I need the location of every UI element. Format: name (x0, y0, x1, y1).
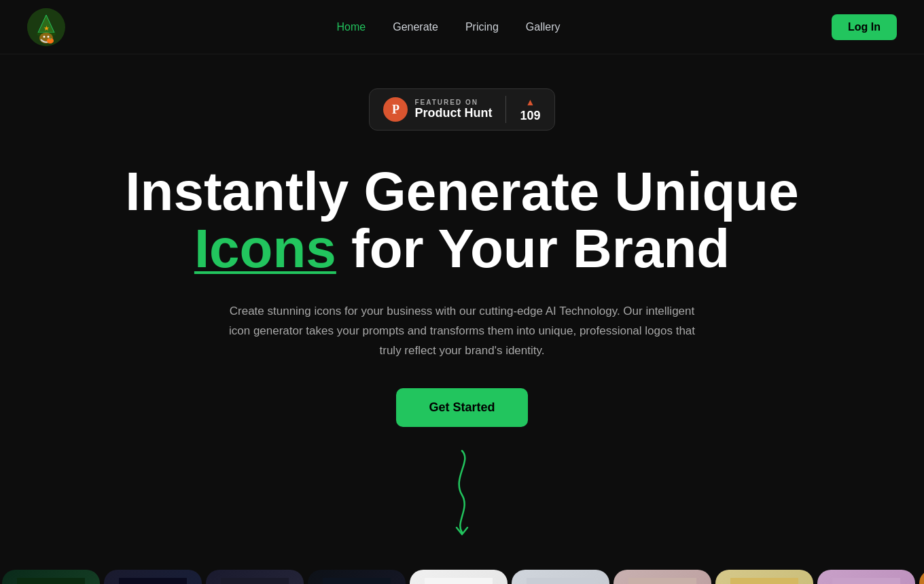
svg-rect-80 (832, 578, 900, 584)
ph-divider (505, 96, 506, 123)
bird-icon (614, 570, 711, 584)
nav-item-gallery[interactable]: Gallery (526, 21, 561, 33)
hero-section: P FEATURED ON Product Hunt ▲ 109 Instant… (0, 54, 924, 563)
logo-image: ★ (27, 8, 65, 46)
bank-icon (512, 570, 609, 584)
icon-card-bank (512, 570, 609, 584)
svg-rect-35 (425, 578, 493, 584)
ph-upvote-icon: ▲ (526, 97, 535, 107)
decorative-arrow (442, 447, 482, 536)
nav-link-home[interactable]: Home (337, 21, 366, 33)
palm-icon (2, 570, 100, 584)
nav-link-gallery[interactable]: Gallery (526, 21, 561, 33)
svg-rect-12 (119, 578, 187, 584)
icon-card-bird (614, 570, 711, 584)
icon-card-dog (715, 570, 813, 584)
svg-rect-52 (527, 578, 594, 584)
icon-card-apple (817, 570, 915, 584)
ph-product-name: Product Hunt (414, 106, 492, 120)
ph-featured-label: FEATURED ON (414, 99, 478, 106)
ph-logo: P (383, 97, 408, 122)
pumpkin-icon (919, 570, 924, 584)
apple-icon (817, 570, 915, 584)
cat-icon (410, 570, 508, 584)
alien-icon (104, 570, 202, 584)
svg-rect-20 (221, 578, 289, 584)
svg-point-6 (48, 35, 50, 37)
svg-rect-62 (628, 578, 696, 584)
svg-rect-68 (730, 578, 798, 584)
icon-card-ghost (206, 570, 304, 584)
logo[interactable]: ★ (27, 8, 65, 46)
nav-link-pricing[interactable]: Pricing (465, 21, 499, 33)
navbar: ★ Home Generate Pri (0, 0, 924, 54)
icon-card-alien (104, 570, 202, 584)
svg-rect-25 (323, 578, 391, 584)
ph-vote-count: 109 (520, 109, 540, 123)
ph-text: FEATURED ON Product Hunt (414, 99, 492, 120)
icon-card-palm (2, 570, 100, 584)
login-button[interactable]: Log In (832, 14, 897, 40)
nav-links: Home Generate Pricing Gallery (337, 21, 561, 33)
nav-link-generate[interactable]: Generate (393, 21, 438, 33)
hero-subtitle: Create stunning icons for your business … (224, 302, 700, 361)
hero-heading-highlight: Icons (194, 218, 336, 279)
ph-votes: ▲ 109 (520, 97, 540, 123)
icon-card-wizard: ★ (308, 570, 406, 584)
wizard2-icon: ★ (308, 570, 406, 584)
product-hunt-badge[interactable]: P FEATURED ON Product Hunt ▲ 109 (369, 88, 554, 131)
get-started-button[interactable]: Get Started (396, 388, 527, 427)
dog-icon (715, 570, 813, 584)
icon-card-cat (410, 570, 508, 584)
hero-heading-after: for Your Brand (336, 218, 730, 279)
icon-card-pumpkin (919, 570, 924, 584)
nav-item-home[interactable]: Home (337, 21, 366, 33)
hero-heading-before: Instantly Generate Unique (125, 161, 798, 222)
svg-text:★: ★ (43, 24, 50, 32)
icon-row: ★ (0, 570, 924, 584)
ghost-icon (206, 570, 304, 584)
svg-point-5 (43, 35, 46, 37)
nav-item-generate[interactable]: Generate (393, 21, 438, 33)
svg-rect-9 (17, 578, 85, 584)
hero-heading: Instantly Generate Unique Icons for Your… (54, 163, 870, 277)
nav-item-pricing[interactable]: Pricing (465, 21, 499, 33)
